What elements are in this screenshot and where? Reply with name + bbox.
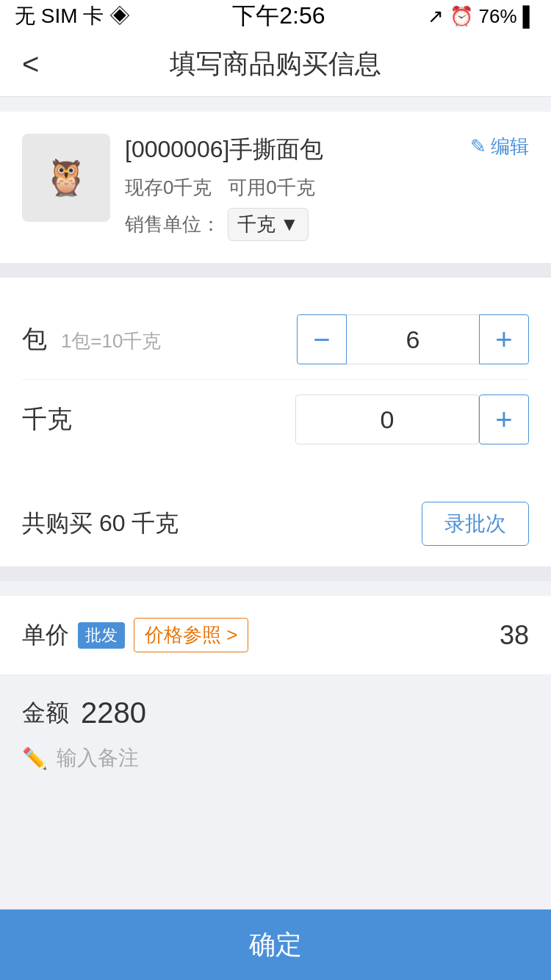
edit-label: 编辑: [491, 134, 529, 159]
price-section: 单价 批发 价格参照 > 38: [0, 596, 551, 674]
edit-icon: ✎: [470, 135, 486, 158]
price-label-area: 单价 批发 价格参照 >: [22, 618, 248, 652]
price-row: 单价 批发 价格参照 > 38: [22, 618, 529, 652]
status-time: 下午2:56: [232, 0, 325, 32]
battery-status: 76%: [479, 5, 517, 28]
status-bar: 无 SIM 卡 ◈ 下午2:56 ↗ ⏰ 76% ▌: [0, 0, 551, 32]
unit-label: 销售单位：: [125, 212, 220, 237]
summary-text: 共购买 60 千克: [22, 508, 179, 540]
quantity-section: 包 1包=10千克 − + 千克 +: [0, 278, 551, 481]
edit-button[interactable]: ✎ 编辑: [470, 134, 529, 159]
status-left: 无 SIM 卡 ◈: [15, 2, 130, 30]
alarm-icon: ⏰: [450, 5, 473, 28]
stock-current-label: 现存: [125, 176, 163, 198]
divider-2: [0, 566, 551, 581]
product-thumbnail: 🦉: [44, 157, 88, 198]
amount-section: 金额 2280 ✏️ 输入备注: [0, 674, 551, 794]
bao-decrement-button[interactable]: −: [297, 314, 347, 364]
amount-row: 金额 2280: [22, 696, 529, 729]
price-reference-button[interactable]: 价格参照 >: [134, 618, 248, 652]
pencil-icon: ✏️: [22, 746, 48, 771]
price-value: 38: [500, 620, 529, 651]
pifa-badge: 批发: [78, 622, 125, 649]
page-title: 填写商品购买信息: [170, 46, 381, 82]
unit-selector[interactable]: 千克 ▼: [228, 208, 309, 241]
product-name: [0000006]手撕面包: [125, 134, 529, 166]
kg-row: 千克 +: [22, 380, 529, 459]
divider-1: [0, 263, 551, 278]
bao-row: 包 1包=10千克 − +: [22, 300, 529, 380]
product-image: 🦉: [22, 134, 110, 222]
stock-available-label: 可用: [228, 176, 266, 198]
bao-increment-button[interactable]: +: [479, 314, 529, 364]
kg-quantity-input[interactable]: [295, 394, 479, 444]
bao-hint: 1包=10千克: [61, 330, 162, 352]
summary-row: 共购买 60 千克 录批次: [0, 481, 551, 566]
confirm-button[interactable]: 确定: [0, 909, 551, 980]
product-card: 🦉 [0000006]手撕面包 现存0千克 可用0千克 销售单位： 千克 ▼ ✎…: [0, 112, 551, 263]
bao-label: 包 1包=10千克: [22, 323, 161, 356]
location-icon: ↗: [428, 5, 444, 28]
back-button[interactable]: <: [22, 48, 39, 81]
product-info: [0000006]手撕面包 现存0千克 可用0千克 销售单位： 千克 ▼: [125, 134, 529, 241]
sim-status: 无 SIM 卡 ◈: [15, 2, 130, 30]
dropdown-arrow-icon: ▼: [280, 213, 299, 236]
kg-quantity-control: +: [295, 394, 529, 444]
amount-label: 金额: [22, 697, 69, 729]
price-label: 单价: [22, 619, 69, 652]
unit-value: 千克: [237, 212, 276, 237]
nav-bar: < 填写商品购买信息: [0, 32, 551, 97]
stock-current-value: 0千克: [163, 176, 212, 198]
kg-label: 千克: [22, 403, 72, 436]
product-unit: 销售单位： 千克 ▼: [125, 208, 529, 241]
amount-value: 2280: [81, 696, 146, 729]
status-right: ↗ ⏰ 76% ▌: [428, 5, 536, 28]
kg-unit-label: 千克: [22, 405, 72, 433]
product-stock: 现存0千克 可用0千克: [125, 175, 529, 201]
remark-label: 输入备注: [57, 744, 139, 772]
bao-unit-label: 包: [22, 325, 47, 353]
kg-increment-button[interactable]: +: [479, 394, 529, 444]
bao-quantity-control: − +: [297, 314, 529, 364]
batch-button[interactable]: 录批次: [422, 502, 529, 546]
stock-available-value: 0千克: [266, 176, 314, 198]
battery-icon: ▌: [523, 5, 536, 28]
bao-quantity-input[interactable]: [347, 314, 479, 364]
remark-row[interactable]: ✏️ 输入备注: [22, 744, 529, 772]
